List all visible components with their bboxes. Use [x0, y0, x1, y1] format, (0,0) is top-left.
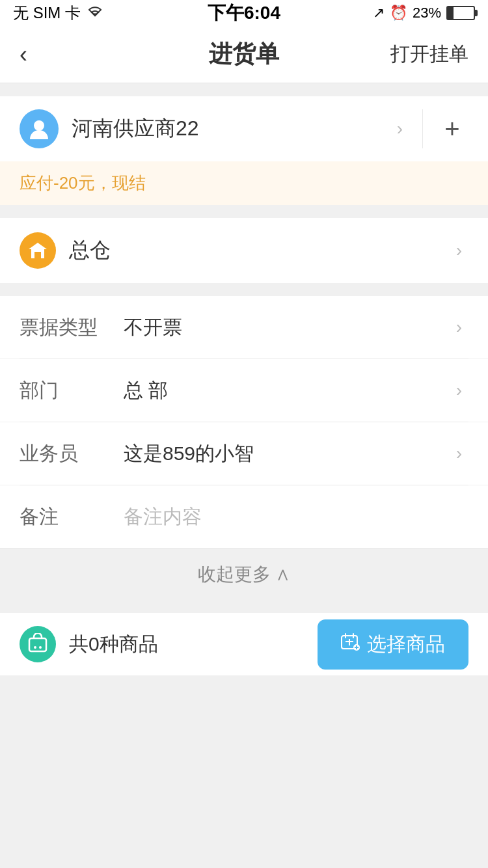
status-time: 下午6:04	[208, 1, 280, 25]
location-icon: ↗	[373, 5, 385, 21]
remark-input[interactable]: 备注内容	[111, 504, 468, 530]
invoice-chevron-icon: ›	[456, 317, 462, 338]
page-title: 进货单	[209, 38, 279, 70]
warehouse-icon-bg	[20, 232, 56, 269]
supplier-row[interactable]: 河南供应商22 › +	[0, 96, 488, 161]
dept-row[interactable]: 部门 总 部 ›	[0, 359, 488, 422]
dept-chevron-icon: ›	[456, 380, 462, 401]
remark-label: 备注	[20, 504, 111, 530]
person-icon	[27, 117, 51, 141]
wifi-icon	[86, 4, 104, 22]
nav-bar: ‹ 进货单 打开挂单	[0, 26, 488, 83]
open-pending-button[interactable]: 打开挂单	[390, 41, 468, 68]
warehouse-icon	[27, 240, 48, 261]
warehouse-row[interactable]: 总仓 ›	[0, 218, 488, 283]
sales-label: 业务员	[20, 441, 111, 467]
collapse-label: 收起更多 ∧	[198, 562, 291, 587]
sales-chevron-icon: ›	[456, 443, 462, 464]
dept-label: 部门	[20, 377, 111, 404]
bottom-area	[0, 675, 488, 868]
collapse-button[interactable]: 收起更多 ∧	[0, 548, 488, 600]
alarm-icon: ⏰	[390, 5, 407, 21]
svg-point-3	[34, 646, 36, 649]
remark-row[interactable]: 备注 备注内容	[0, 485, 488, 548]
supplier-name: 河南供应商22	[72, 115, 397, 143]
supplier-chevron-icon: ›	[397, 118, 403, 139]
status-bar: 无 SIM 卡 下午6:04 ↗ ⏰ 23%	[0, 0, 488, 26]
battery-label: 23%	[413, 5, 441, 21]
dept-value: 总 部	[111, 377, 456, 404]
gap-1	[0, 83, 488, 96]
product-count: 共0种商品	[69, 631, 318, 658]
sales-row[interactable]: 业务员 这是859的小智 ›	[0, 422, 488, 485]
svg-rect-2	[29, 638, 46, 651]
add-supplier-button[interactable]: +	[436, 113, 468, 145]
invoice-value: 不开票	[111, 314, 456, 341]
sales-value: 这是859的小智	[111, 441, 456, 467]
back-button[interactable]: ‹	[20, 41, 59, 68]
notice-text: 应付-20元，现结	[20, 173, 146, 193]
gap-3	[0, 283, 488, 296]
status-right: ↗ ⏰ 23%	[373, 5, 475, 21]
invoice-row[interactable]: 票据类型 不开票 ›	[0, 296, 488, 359]
product-row: 共0种商品 选择商品	[0, 613, 488, 675]
supplier-avatar	[20, 109, 59, 148]
warehouse-name: 总仓	[69, 236, 456, 265]
select-product-label: 选择商品	[367, 631, 445, 658]
svg-point-4	[39, 646, 42, 649]
supplier-divider	[422, 109, 423, 148]
notice-banner: 应付-20元，现结	[0, 161, 488, 205]
main-content: 河南供应商22 › + 应付-20元，现结 总仓 › 票据类型 不开票 › 部门…	[0, 83, 488, 868]
svg-rect-1	[34, 252, 41, 258]
product-icon-bg	[20, 626, 56, 662]
carrier-label: 无 SIM 卡	[13, 3, 81, 23]
select-product-button[interactable]: 选择商品	[318, 619, 468, 670]
svg-point-0	[34, 120, 44, 131]
battery-icon	[446, 6, 475, 20]
status-left: 无 SIM 卡	[13, 3, 104, 23]
gap-2	[0, 205, 488, 218]
select-product-icon	[341, 633, 360, 656]
gap-4	[0, 600, 488, 613]
warehouse-chevron-icon: ›	[456, 240, 462, 261]
cart-icon	[27, 633, 49, 655]
invoice-label: 票据类型	[20, 314, 111, 341]
